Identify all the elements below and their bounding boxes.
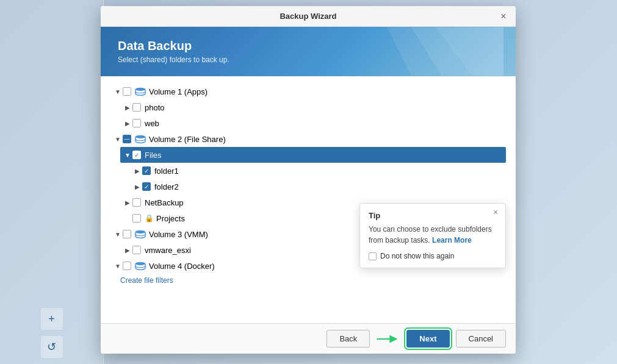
label-photo: photo (145, 103, 165, 112)
backup-wizard-window: Backup Wizard × Data Backup Select (shar… (101, 6, 516, 354)
expand-netbackup-icon[interactable] (123, 198, 132, 207)
checkbox-folder2[interactable] (142, 182, 151, 191)
label-folder2: folder2 (154, 182, 179, 191)
svg-point-7 (135, 135, 145, 138)
label-web: web (145, 119, 159, 128)
expand-volume3-icon[interactable] (113, 229, 123, 239)
label-netbackup: NetBackup (145, 198, 184, 207)
expand-vmware-icon[interactable] (123, 245, 132, 255)
taskbar-add-button[interactable]: + (41, 308, 63, 330)
checkbox-photo[interactable] (132, 103, 141, 112)
tree-item-folder2[interactable]: folder2 (130, 179, 506, 194)
volume-icon-4 (135, 262, 146, 270)
back-button[interactable]: Back (327, 330, 370, 348)
header-subtitle: Select (shared) folders to back up. (118, 55, 499, 64)
checkbox-folder1[interactable] (142, 166, 151, 175)
next-arrow-indicator (376, 333, 398, 345)
label-projects: Projects (156, 214, 185, 223)
do-not-show-row[interactable]: Do not show this again (369, 252, 497, 260)
volume-icon (135, 87, 146, 96)
tree-item-web[interactable]: web (120, 115, 506, 131)
checkbox-files[interactable] (132, 151, 141, 159)
desktop: + ↺ Backup Wizard × Data B (0, 0, 617, 364)
svg-point-8 (135, 230, 145, 234)
close-button[interactable]: × (499, 12, 508, 21)
svg-point-6 (135, 88, 145, 91)
label-volume4: Volume 4 (Docker) (149, 262, 215, 271)
label-volume1: Volume 1 (Apps) (149, 87, 207, 96)
expand-folder2-icon[interactable] (132, 182, 142, 191)
taskbar-history-button[interactable]: ↺ (41, 336, 63, 358)
next-button[interactable]: Next (406, 330, 449, 348)
create-file-filters-link[interactable]: Create file filters (120, 276, 173, 285)
expand-volume2-icon[interactable] (113, 134, 123, 144)
do-not-show-checkbox[interactable] (369, 252, 377, 260)
wizard-footer: Back Next Cancel (101, 323, 516, 354)
label-folder1: folder1 (154, 166, 179, 176)
expand-volume1-icon[interactable] (113, 87, 123, 96)
header-title: Data Backup (118, 39, 499, 53)
tip-title: Tip (369, 211, 497, 220)
cancel-button[interactable]: Cancel (456, 330, 506, 348)
checkbox-netbackup[interactable] (132, 198, 141, 207)
tip-text: You can choose to exclude subfolders fro… (369, 224, 497, 246)
checkbox-volume4[interactable] (123, 262, 131, 270)
volume-icon-2 (135, 135, 146, 143)
label-vmware: vmware_esxi (145, 246, 191, 255)
wizard-header: Data Backup Select (shared) folders to b… (101, 27, 516, 76)
tip-close-button[interactable]: × (491, 207, 500, 217)
expand-photo-icon[interactable] (123, 102, 132, 112)
expand-web-icon[interactable] (123, 118, 132, 128)
folder-tree[interactable]: Volume 1 (Apps) photo web (101, 76, 516, 323)
tree-item-volume2[interactable]: Volume 2 (File Share) (110, 131, 506, 147)
label-volume3: Volume 3 (VMM) (149, 230, 208, 239)
expand-files-icon[interactable] (123, 150, 132, 160)
checkbox-volume2[interactable] (123, 135, 131, 143)
checkbox-web[interactable] (132, 119, 141, 127)
expand-volume4-icon[interactable] (113, 261, 123, 271)
checkbox-volume1[interactable] (123, 87, 131, 96)
label-volume2: Volume 2 (File Share) (149, 135, 226, 144)
label-files: Files (145, 151, 161, 160)
tree-item-photo[interactable]: photo (120, 99, 506, 115)
svg-point-9 (135, 262, 145, 265)
tree-item-folder1[interactable]: folder1 (130, 163, 506, 179)
checkbox-vmware[interactable] (132, 246, 141, 254)
tip-popup: × Tip You can choose to exclude subfolde… (359, 203, 506, 268)
window-titlebar: Backup Wizard × (101, 6, 516, 27)
checkbox-volume3[interactable] (123, 230, 131, 238)
expand-folder1-icon[interactable] (132, 166, 142, 176)
do-not-show-label: Do not show this again (380, 252, 454, 260)
window-title: Backup Wizard (280, 12, 336, 21)
checkbox-projects[interactable] (132, 214, 141, 223)
volume-icon-3 (135, 230, 146, 238)
wizard-body: Volume 1 (Apps) photo web (101, 76, 516, 323)
learn-more-link[interactable]: Learn More (432, 236, 472, 244)
taskbar: + ↺ (0, 0, 104, 364)
tree-item-files[interactable]: Files (120, 147, 506, 163)
lock-icon: 🔒 (145, 214, 154, 223)
tree-item-volume1[interactable]: Volume 1 (Apps) (110, 84, 506, 99)
